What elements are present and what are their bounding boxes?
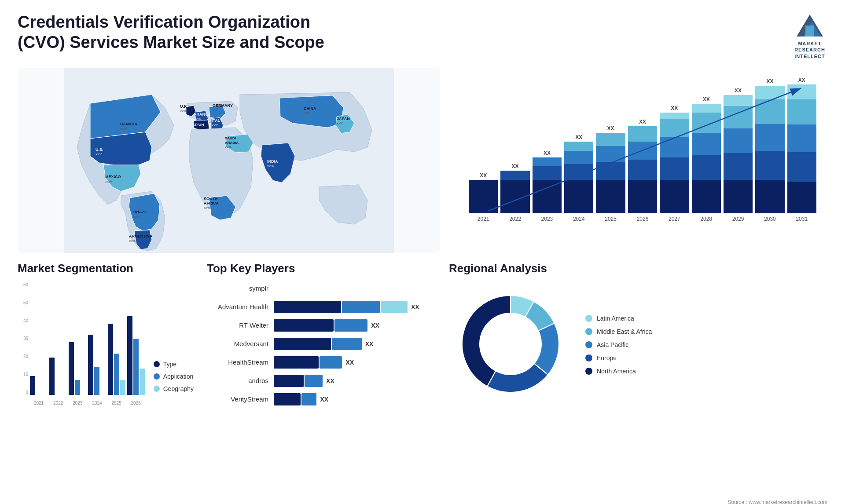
svg-text:SOUTH: SOUTH (204, 197, 218, 201)
segmentation-legend: TypeApplicationGeography (154, 361, 194, 405)
regional-title: Regional Analysis (449, 262, 827, 275)
donut-segment (487, 364, 548, 392)
players-list: symplrAdvantum HealthXXRT WelterXXMedver… (207, 282, 436, 405)
players-title: Top Key Players (207, 262, 436, 275)
player-bar-wrap (274, 282, 436, 295)
donut-chart-svg (449, 282, 572, 405)
svg-text:MEXICO: MEXICO (105, 175, 121, 179)
svg-text:ITALY: ITALY (212, 118, 223, 123)
player-bar-wrap: XX (274, 338, 436, 350)
page-title: Credentials Verification Organization (C… (18, 12, 361, 52)
players-section: Top Key Players symplrAdvantum HealthXXR… (207, 262, 436, 495)
player-bar-wrap: XX (274, 393, 436, 405)
seg-bar-group (30, 282, 48, 395)
svg-text:xx%: xx% (213, 108, 219, 112)
player-name: Medversant (207, 340, 268, 347)
regional-legend-item: North America (585, 368, 652, 375)
regional-legend-item: Latin America (585, 315, 652, 322)
top-section: CANADA xx% U.S. xx% MEXICO xx% BRAZIL xx… (0, 68, 845, 253)
title-block: Credentials Verification Organization (C… (18, 12, 361, 52)
player-name: Advantum Health (207, 303, 268, 310)
seg-legend-item: Geography (154, 385, 194, 392)
growth-bar-col: XX (596, 77, 625, 213)
svg-text:xx%: xx% (337, 121, 343, 125)
regional-legend-item: Europe (585, 354, 652, 362)
logo-block: MARKET RESEARCH INTELLECT (792, 12, 827, 59)
seg-legend-dot (154, 361, 160, 367)
map-container: CANADA xx% U.S. xx% MEXICO xx% BRAZIL xx… (18, 68, 440, 253)
svg-text:BRAZIL: BRAZIL (133, 210, 148, 214)
growth-bar-col: XX (628, 77, 657, 213)
svg-text:xx%: xx% (105, 179, 112, 183)
svg-text:xx%: xx% (180, 109, 187, 113)
seg-legend-dot (154, 386, 160, 392)
growth-bar-col: XX (692, 77, 721, 213)
growth-chart-container: XXXXXXXXXXXXXXXXXXXXXX 20212022202320242… (458, 68, 827, 253)
regional-legend-dot (585, 368, 592, 375)
regional-legend-item: Middle East & Africa (585, 328, 652, 335)
player-name: HealthStream (207, 358, 268, 366)
seg-bar-group (108, 282, 125, 395)
player-name: symplr (207, 285, 268, 292)
svg-text:xx%: xx% (304, 111, 310, 115)
seg-legend-item: Type (154, 361, 194, 368)
svg-rect-2 (805, 26, 814, 37)
regional-legend: Latin AmericaMiddle East & AfricaAsia Pa… (585, 315, 652, 375)
svg-text:FRANCE: FRANCE (194, 112, 211, 117)
seg-y-axis: 0 10 20 30 40 50 60 (18, 282, 28, 395)
svg-text:xx%: xx% (204, 206, 210, 210)
header: Credentials Verification Organization (C… (0, 0, 845, 68)
regional-legend-dot (585, 354, 592, 362)
svg-text:xx%: xx% (129, 239, 136, 243)
segmentation-section: Market Segmentation 0 10 20 30 40 50 60 (18, 262, 194, 495)
seg-bar-chart: 0 10 20 30 40 50 60 20212022202320242025… (18, 282, 145, 405)
source-text: Source : www.marketresearchintellect.com (0, 499, 845, 504)
player-name: VerityStream (207, 395, 268, 403)
logo-icon (792, 12, 827, 39)
svg-text:xx%: xx% (133, 215, 140, 219)
player-name: andros (207, 377, 268, 384)
svg-text:xx%: xx% (267, 164, 274, 168)
growth-bar-col: XX (724, 77, 753, 213)
svg-text:CANADA: CANADA (120, 122, 137, 126)
svg-text:AFRICA: AFRICA (204, 201, 219, 205)
seg-legend-item: Application (154, 373, 194, 380)
player-name: RT Welter (207, 321, 268, 329)
player-bar-wrap: XX (274, 356, 436, 369)
seg-bar-group (127, 282, 145, 395)
world-map-svg: CANADA xx% U.S. xx% MEXICO xx% BRAZIL xx… (18, 68, 440, 253)
svg-text:xx%: xx% (120, 127, 127, 131)
svg-text:xx%: xx% (225, 145, 231, 149)
svg-text:U.S.: U.S. (96, 147, 103, 152)
svg-text:CHINA: CHINA (304, 106, 316, 111)
player-row: androsXX (207, 375, 436, 387)
seg-bars-inner (30, 282, 145, 395)
donut-segment (462, 296, 511, 386)
seg-bar-group (88, 282, 106, 395)
logo-text: MARKET RESEARCH INTELLECT (794, 40, 825, 59)
svg-text:xx%: xx% (212, 123, 218, 127)
svg-text:JAPAN: JAPAN (337, 117, 350, 121)
player-row: MedversantXX (207, 338, 436, 350)
segmentation-title: Market Segmentation (18, 262, 194, 275)
growth-bar-col: XX (533, 77, 562, 213)
donut-area: Latin AmericaMiddle East & AfricaAsia Pa… (449, 282, 827, 407)
player-bar-wrap: XX (274, 375, 436, 387)
svg-text:xx%: xx% (96, 152, 102, 156)
seg-legend-dot (154, 373, 160, 380)
player-row: HealthStreamXX (207, 356, 436, 369)
player-bar-wrap: XX (274, 301, 436, 313)
bottom-section: Market Segmentation 0 10 20 30 40 50 60 (0, 253, 845, 499)
player-row: Advantum HealthXX (207, 301, 436, 313)
regional-legend-item: Asia Pacific (585, 341, 652, 348)
player-row: RT WelterXX (207, 319, 436, 332)
donut-chart-wrap (449, 282, 572, 407)
growth-x-axis: 2021202220232024202520262027202820292030… (467, 216, 819, 222)
growth-bar-col: XX (500, 77, 529, 213)
growth-bar-col: XX (660, 77, 689, 213)
seg-bar-group (49, 282, 67, 395)
svg-text:ARABIA: ARABIA (225, 141, 239, 145)
svg-text:SPAIN: SPAIN (192, 123, 204, 127)
player-row: symplr (207, 282, 436, 295)
svg-text:U.K.: U.K. (180, 104, 188, 109)
